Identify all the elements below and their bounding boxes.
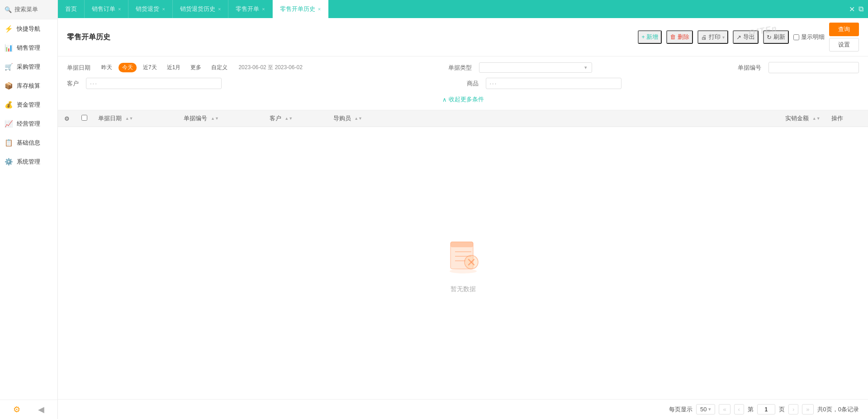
sidebar-item-label: 系统管理 bbox=[17, 158, 40, 166]
query-button[interactable]: 查询 bbox=[829, 23, 859, 36]
display-detail-checkbox[interactable] bbox=[793, 34, 799, 40]
empty-illustration bbox=[441, 233, 486, 278]
sidebar-item-finance[interactable]: 💰 资金管理 bbox=[0, 95, 57, 114]
tab-sales-return-label: 销货退货 bbox=[136, 5, 159, 13]
export-button[interactable]: ↗ 导出 bbox=[733, 30, 759, 44]
sort-guide-icon[interactable]: ▲▼ bbox=[354, 117, 362, 121]
per-page-label: 每页显示 bbox=[669, 405, 693, 414]
purchase-mgmt-icon: 🛒 bbox=[5, 63, 13, 71]
print-button[interactable]: 🖨 打印 ▾ bbox=[697, 30, 728, 44]
sidebar-item-purchase-mgmt[interactable]: 🛒 采购管理 bbox=[0, 57, 57, 76]
tab-sales-order[interactable]: 销售订单 × bbox=[85, 0, 128, 18]
tab-restore-btn[interactable]: ⧉ bbox=[859, 5, 863, 13]
sidebar-item-label: 采购管理 bbox=[17, 63, 40, 71]
tab-bar: 首页 销售订单 × 销货退货 × 销货退货历史 × 零售开单 × 零售开单历史 … bbox=[58, 0, 868, 18]
date-yesterday[interactable]: 昨天 bbox=[98, 63, 116, 72]
inventory-icon: 📦 bbox=[5, 82, 13, 90]
print-arrow-icon: ▾ bbox=[722, 35, 725, 40]
prev-page-btn[interactable]: ‹ bbox=[734, 404, 744, 414]
tab-sales-order-label: 销售订单 bbox=[92, 5, 115, 13]
date-filter-label: 单据日期 bbox=[67, 64, 90, 72]
main-area: 首页 销售订单 × 销货退货 × 销货退货历史 × 零售开单 × 零售开单历史 … bbox=[58, 0, 868, 419]
tab-sales-return-close[interactable]: × bbox=[162, 6, 165, 12]
sort-date-icon[interactable]: ▲▼ bbox=[125, 117, 133, 121]
sidebar-search[interactable]: 🔍 搜索菜单 bbox=[0, 0, 57, 19]
refresh-icon: ↻ bbox=[767, 34, 772, 41]
col-date: 单据日期 ▲▼ bbox=[93, 110, 178, 127]
sidebar: 🔍 搜索菜单 ⚡ 快捷导航 📊 销售管理 🛒 采购管理 📦 库存核算 💰 资金管… bbox=[0, 0, 58, 419]
tab-bar-right: ✕ ⧉ bbox=[849, 5, 868, 14]
sidebar-nav: ⚡ 快捷导航 📊 销售管理 🛒 采购管理 📦 库存核算 💰 资金管理 📈 经营管… bbox=[0, 19, 57, 400]
tab-sales-return-history[interactable]: 销货退货历史 × bbox=[173, 0, 228, 18]
collapse-button[interactable]: ∧ 收起更多条件 bbox=[442, 95, 484, 104]
select-all-checkbox[interactable] bbox=[81, 115, 87, 121]
tab-sales-return-history-close[interactable]: × bbox=[218, 6, 221, 12]
tab-retail-open-history-close[interactable]: × bbox=[318, 6, 321, 12]
date-last1month[interactable]: 近1月 bbox=[163, 63, 185, 72]
sidebar-item-sales-mgmt[interactable]: 📊 销售管理 bbox=[0, 38, 57, 57]
sort-customer-icon[interactable]: ▲▼ bbox=[285, 117, 293, 121]
tab-sales-return[interactable]: 销货退货 × bbox=[128, 0, 172, 18]
date-range-display: 2023-06-02 至 2023-06-02 bbox=[238, 64, 302, 71]
sidebar-item-basic-info[interactable]: 📋 基础信息 bbox=[0, 133, 57, 152]
sidebar-search-label: 搜索菜单 bbox=[14, 5, 38, 14]
tab-retail-open[interactable]: 零售开单 × bbox=[228, 0, 272, 18]
tab-retail-open-label: 零售开单 bbox=[236, 5, 259, 13]
print-icon: 🖨 bbox=[701, 34, 707, 41]
last-page-btn[interactable]: » bbox=[802, 404, 813, 414]
delete-button[interactable]: 🗑 删除 bbox=[666, 30, 693, 44]
tab-close-all-btn[interactable]: ✕ bbox=[849, 5, 855, 14]
header-actions: + 新增 🗑 删除 🖨 打印 ▾ ↗ 导出 ↻ 刷新 显示明细 bbox=[638, 23, 859, 52]
sidebar-item-sys-mgmt[interactable]: ⚙️ 系统管理 bbox=[0, 152, 57, 171]
refresh-button[interactable]: ↻ 刷新 bbox=[763, 30, 789, 44]
date-last7[interactable]: 近7天 bbox=[139, 63, 161, 72]
sort-amount-icon[interactable]: ▲▼ bbox=[812, 117, 821, 121]
next-page-btn[interactable]: › bbox=[788, 404, 798, 414]
filter-row-1: 单据日期 昨天 今天 近7天 近1月 更多 自定义 2023-06-02 至 2… bbox=[67, 62, 859, 73]
data-table: ⚙ 单据日期 ▲▼ 单据编号 ▲▼ bbox=[58, 110, 868, 127]
total-info: 共0页，0条记录 bbox=[817, 405, 859, 414]
customer-input[interactable]: ··· bbox=[86, 78, 222, 89]
search-icon: 🔍 bbox=[5, 6, 12, 13]
add-button[interactable]: + 新增 bbox=[638, 30, 662, 44]
goods-input[interactable]: ··· bbox=[486, 78, 621, 89]
date-group: 昨天 今天 近7天 近1月 更多 自定义 bbox=[98, 63, 231, 72]
goods-label: 商品 bbox=[467, 80, 479, 88]
sidebar-item-quick-nav[interactable]: ⚡ 快捷导航 bbox=[0, 19, 57, 38]
table-settings-icon[interactable]: ⚙ bbox=[64, 115, 70, 122]
tab-sales-order-close[interactable]: × bbox=[118, 6, 121, 12]
display-detail-toggle[interactable]: 显示明细 bbox=[793, 33, 825, 41]
sales-mgmt-icon: 📊 bbox=[5, 44, 13, 52]
tab-home-label: 首页 bbox=[65, 5, 77, 13]
page-number-input[interactable]: 1 bbox=[757, 404, 775, 414]
tab-sales-return-history-label: 销货退货历史 bbox=[180, 5, 215, 13]
page-suffix-label: 页 bbox=[779, 405, 785, 414]
per-page-value: 50 bbox=[700, 406, 707, 413]
finance-icon: 💰 bbox=[5, 101, 13, 109]
tab-home[interactable]: 首页 bbox=[58, 0, 85, 18]
customer-dots: ··· bbox=[90, 80, 98, 87]
tab-retail-open-history[interactable]: 零售开单历史 × bbox=[273, 0, 328, 18]
filter-row-2: 客户 ··· 商品 ··· bbox=[67, 78, 859, 89]
per-page-select[interactable]: 50 ▾ bbox=[696, 404, 715, 414]
settings-button[interactable]: 设置 bbox=[829, 38, 859, 52]
display-detail-label: 显示明细 bbox=[801, 33, 825, 41]
basic-info-icon: 📋 bbox=[5, 139, 13, 147]
date-custom[interactable]: 自定义 bbox=[208, 63, 231, 72]
tab-retail-open-close[interactable]: × bbox=[262, 6, 265, 12]
sort-number-icon[interactable]: ▲▼ bbox=[211, 117, 219, 121]
goods-dots: ··· bbox=[490, 80, 498, 87]
sidebar-item-inventory[interactable]: 📦 库存核算 bbox=[0, 76, 57, 95]
settings-footer-btn[interactable]: ⚙ bbox=[13, 405, 20, 414]
operation-icon: 📈 bbox=[5, 120, 13, 128]
sidebar-item-label: 资金管理 bbox=[17, 101, 40, 109]
export-icon: ↗ bbox=[736, 34, 741, 41]
customer-label: 客户 bbox=[67, 80, 79, 88]
order-type-select[interactable]: ▾ bbox=[479, 62, 592, 73]
order-number-input[interactable] bbox=[768, 62, 859, 73]
sidebar-item-operation[interactable]: 📈 经营管理 bbox=[0, 114, 57, 133]
collapse-sidebar-btn[interactable]: ◀ bbox=[38, 405, 44, 414]
date-more[interactable]: 更多 bbox=[187, 63, 205, 72]
date-today[interactable]: 今天 bbox=[119, 63, 137, 72]
first-page-btn[interactable]: « bbox=[719, 404, 730, 414]
